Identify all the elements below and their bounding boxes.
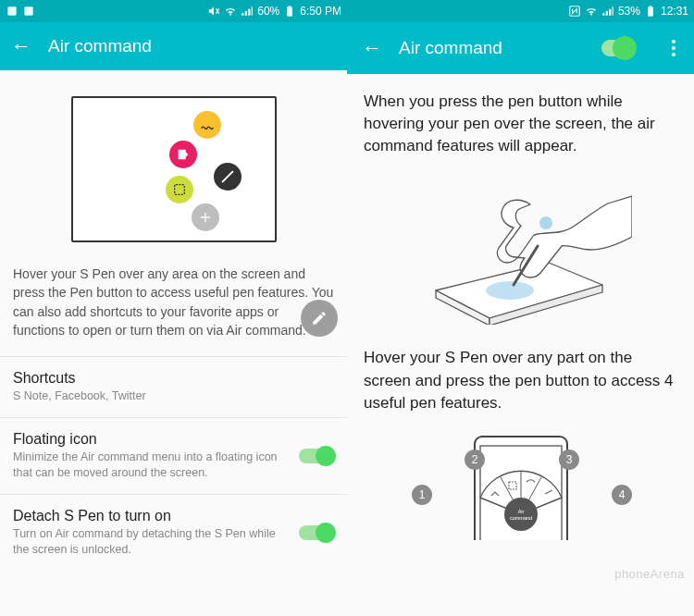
fan-badge-1: 1 — [412, 485, 432, 505]
shortcut-dot-black — [214, 163, 242, 191]
setting-sub: Minimize the Air command menu into a flo… — [13, 450, 288, 481]
setting-detach-spen[interactable]: Detach S Pen to turn on Turn on Air comm… — [0, 494, 347, 571]
battery-percent: 60% — [257, 5, 279, 18]
watermark-text: phoneArena — [614, 567, 685, 581]
setting-sub: Turn on Air command by detaching the S P… — [13, 526, 288, 558]
shortcut-dot-green — [166, 176, 193, 203]
svg-text:command: command — [509, 515, 531, 521]
setting-floating-icon[interactable]: Floating icon Minimize the Air command m… — [0, 417, 347, 494]
content-area: When you press the pen button while hove… — [347, 74, 694, 616]
svg-text:Air: Air — [517, 509, 524, 514]
svg-rect-2 — [174, 185, 184, 195]
battery-icon — [283, 5, 296, 18]
battery-icon — [644, 5, 657, 18]
setting-shortcuts[interactable]: Shortcuts S Note, Facebook, Twitter — [0, 356, 347, 417]
hand-illustration — [347, 165, 694, 336]
shortcut-dot-pink — [169, 141, 197, 168]
illustration-container — [0, 70, 347, 265]
svg-point-13 — [504, 498, 538, 531]
status-left-icons — [6, 5, 35, 18]
air-command-preview — [71, 96, 277, 242]
content-area: Hover your S Pen over any area on the sc… — [0, 70, 347, 616]
wifi-icon — [585, 5, 598, 18]
svg-rect-1 — [24, 6, 32, 15]
setting-title: Shortcuts — [13, 370, 334, 387]
status-bar: 53% 12:31 — [347, 0, 694, 22]
edit-fab[interactable] — [301, 300, 338, 337]
mute-icon — [207, 5, 220, 18]
toggle-detach-spen[interactable] — [299, 525, 334, 540]
nfc-icon — [568, 5, 581, 18]
overflow-menu-icon[interactable] — [668, 36, 679, 60]
shortcut-dot-yellow — [193, 111, 221, 139]
clock-text: 6:50 PM — [300, 5, 341, 18]
fan-badge-3: 3 — [559, 450, 579, 470]
page-title: Air command — [48, 36, 152, 56]
status-bar: 60% 6:50 PM — [0, 0, 347, 22]
svg-point-4 — [486, 281, 534, 300]
screen-right: 53% 12:31 ← Air command When you press t… — [347, 0, 694, 616]
clock-text: 12:31 — [661, 5, 688, 18]
description-text: Hover your S Pen over any area on the sc… — [13, 265, 334, 339]
app-notif-icon — [6, 5, 19, 18]
battery-percent: 53% — [618, 5, 640, 18]
status-right-icons: 53% 12:31 — [568, 5, 688, 18]
fan-badge-2: 2 — [465, 450, 485, 470]
setting-sub: S Note, Facebook, Twitter — [13, 388, 334, 404]
app-bar: ← Air command — [347, 22, 694, 74]
back-icon[interactable]: ← — [11, 36, 31, 56]
shortcut-dot-add — [192, 203, 219, 231]
app-notif-icon-2 — [22, 5, 35, 18]
svg-rect-0 — [7, 6, 16, 15]
setting-title: Detach S Pen to turn on — [13, 508, 288, 524]
pencil-icon — [311, 310, 328, 326]
signal-icon — [241, 5, 254, 18]
desc-text: Hover your S Pen over any part on the sc… — [347, 336, 694, 421]
intro-text: When you press the pen button while hove… — [347, 74, 694, 165]
signal-icon — [601, 5, 614, 18]
toggle-floating-icon[interactable] — [299, 449, 334, 463]
screen-left: 60% 6:50 PM ← Air command — [0, 0, 347, 616]
page-title: Air command — [399, 38, 502, 58]
svg-point-6 — [539, 216, 552, 229]
fan-badge-4: 4 — [612, 485, 632, 505]
wifi-icon — [224, 5, 237, 18]
master-toggle[interactable] — [601, 40, 633, 56]
app-bar: ← Air command — [0, 22, 347, 70]
status-right-icons: 60% 6:50 PM — [207, 5, 341, 18]
fan-illustration: Air command 1 2 3 4 — [347, 422, 694, 540]
back-icon[interactable]: ← — [362, 38, 382, 58]
setting-title: Floating icon — [13, 431, 288, 448]
